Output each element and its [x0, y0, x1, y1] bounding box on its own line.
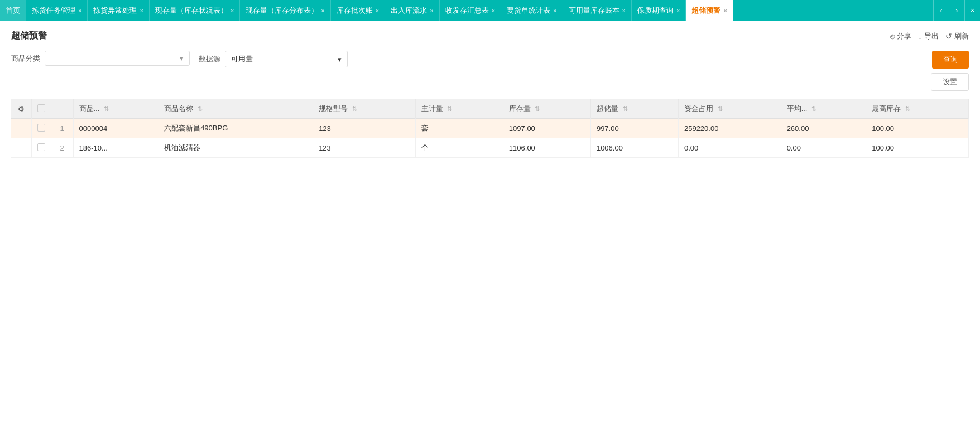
- nav-item-inventory-status-label: 现存量（库存状况表）: [155, 6, 228, 16]
- nav-item-abnormal[interactable]: 拣货异常处理 ×: [88, 0, 149, 21]
- table-row: 1 0000004 六配套新昌490BPG 123 套 1097.00 997.…: [11, 119, 969, 138]
- sort-overstock-icon: ⇅: [623, 105, 628, 113]
- row2-inventory: 1106.00: [503, 138, 590, 158]
- col-avg-label: 平均...: [787, 104, 808, 113]
- gear-icon: ⚙: [18, 105, 25, 113]
- nav-item-task-mgmt-label: 拣货任务管理: [32, 6, 75, 16]
- category-filter: 商品分类 ▾: [11, 51, 190, 66]
- share-action[interactable]: ⎋ 分享: [890, 31, 911, 41]
- row2-num: 2: [51, 138, 73, 158]
- nav-item-inout-flow-label: 出入库流水: [391, 6, 427, 16]
- row2-spec: 123: [313, 138, 416, 158]
- nav-item-inventory-status[interactable]: 现存量（库存状况表） ×: [150, 0, 240, 21]
- export-action[interactable]: ↓ 导出: [918, 31, 939, 41]
- datasource-select[interactable]: 可用量 ▾: [225, 51, 348, 67]
- col-product-code[interactable]: 商品... ⇅: [73, 99, 158, 119]
- category-label: 商品分类: [11, 54, 40, 64]
- nav-item-order-stats[interactable]: 要货单统计表 ×: [501, 0, 563, 21]
- nav-item-batch-account[interactable]: 库存批次账 ×: [331, 0, 385, 21]
- category-select[interactable]: ▾: [45, 51, 190, 66]
- row1-checkbox[interactable]: [37, 124, 45, 132]
- row2-capital-usage: 0.00: [678, 138, 781, 158]
- row2-overstock: 1006.00: [590, 138, 678, 158]
- sort-unit-icon: ⇅: [447, 105, 452, 113]
- nav-item-available-account[interactable]: 可用量库存账本 ×: [563, 0, 632, 21]
- datasource-filter: 数据源 可用量 ▾: [199, 51, 348, 67]
- row1-product-code: 0000004: [73, 119, 158, 138]
- nav-arrow-close[interactable]: ×: [964, 0, 980, 21]
- col-capital-usage[interactable]: 资金占用 ⇅: [678, 99, 781, 119]
- nav-close-inventory-status[interactable]: ×: [230, 7, 234, 14]
- share-label: 分享: [897, 31, 911, 41]
- sort-max-inventory-icon: ⇅: [905, 105, 910, 113]
- page-actions: ⎋ 分享 ↓ 导出 ↺ 刷新: [890, 31, 969, 41]
- nav-item-inout-flow[interactable]: 出入库流水 ×: [385, 0, 439, 21]
- nav-item-overstock-alert[interactable]: 超储预警 ×: [686, 0, 733, 21]
- refresh-action[interactable]: ↺ 刷新: [945, 31, 969, 41]
- row2-unit: 个: [415, 138, 503, 158]
- share-icon: ⎋: [890, 32, 895, 41]
- nav-item-shelf-life-label: 保质期查询: [637, 6, 674, 16]
- row2-avg: 0.00: [781, 138, 866, 158]
- nav-arrow-right[interactable]: ›: [949, 0, 964, 21]
- sort-spec-icon: ⇅: [352, 105, 357, 113]
- row2-checkbox-cell: [31, 138, 51, 158]
- nav-close-batch-account[interactable]: ×: [376, 7, 379, 14]
- row2-gear: [11, 138, 31, 158]
- row1-inventory: 1097.00: [503, 119, 590, 138]
- col-overstock[interactable]: 超储量 ⇅: [590, 99, 678, 119]
- settings-button[interactable]: 设置: [931, 73, 969, 91]
- col-row-num: [51, 99, 73, 119]
- nav-close-shelf-life[interactable]: ×: [676, 7, 680, 14]
- nav-item-inventory-dist-label: 现存量（库存分布表）: [246, 6, 318, 16]
- nav-close-inout-flow[interactable]: ×: [430, 7, 433, 14]
- page-header: 超储预警 ⎋ 分享 ↓ 导出 ↺ 刷新: [11, 30, 969, 42]
- nav-item-recv-summary[interactable]: 收发存汇总表 ×: [440, 0, 501, 21]
- col-max-inventory-label: 最高库存: [872, 104, 901, 113]
- nav-item-batch-account-label: 库存批次账: [337, 6, 373, 16]
- col-max-inventory[interactable]: 最高库存 ⇅: [866, 99, 969, 119]
- col-product-code-label: 商品...: [79, 104, 100, 113]
- col-gear[interactable]: ⚙: [11, 99, 31, 119]
- table-body: 1 0000004 六配套新昌490BPG 123 套 1097.00 997.…: [11, 119, 969, 158]
- nav-close-available-account[interactable]: ×: [622, 7, 626, 14]
- row2-product-code: 186-10...: [73, 138, 158, 158]
- col-product-name[interactable]: 商品名称 ⇅: [158, 99, 313, 119]
- col-spec[interactable]: 规格型号 ⇅: [313, 99, 416, 119]
- table-header-row: ⚙ 商品... ⇅ 商品名称 ⇅ 规格型号 ⇅: [11, 99, 969, 119]
- page-title: 超储预警: [11, 30, 47, 42]
- export-icon: ↓: [918, 32, 922, 41]
- nav-close-order-stats[interactable]: ×: [553, 7, 556, 14]
- nav-item-task-mgmt[interactable]: 拣货任务管理 ×: [26, 0, 88, 21]
- nav-item-inventory-dist[interactable]: 现存量（库存分布表） ×: [240, 0, 330, 21]
- col-spec-label: 规格型号: [319, 104, 348, 113]
- col-unit[interactable]: 主计量 ⇅: [415, 99, 503, 119]
- col-checkbox: [31, 99, 51, 119]
- col-avg[interactable]: 平均... ⇅: [781, 99, 866, 119]
- col-inventory-label: 库存量: [509, 104, 531, 113]
- row1-max-inventory: 100.00: [866, 119, 969, 138]
- col-product-name-label: 商品名称: [164, 104, 193, 113]
- nav-close-overstock-alert[interactable]: ×: [723, 7, 727, 14]
- row2-product-name: 机油滤清器: [158, 138, 313, 158]
- datasource-chevron-icon: ▾: [338, 55, 342, 64]
- row1-gear: [11, 119, 31, 138]
- table-header: ⚙ 商品... ⇅ 商品名称 ⇅ 规格型号 ⇅: [11, 99, 969, 119]
- nav-item-home-label: 首页: [6, 6, 20, 16]
- row2-max-inventory: 100.00: [866, 138, 969, 158]
- nav-close-recv-summary[interactable]: ×: [492, 7, 495, 14]
- col-capital-usage-label: 资金占用: [684, 104, 713, 113]
- nav-close-abnormal[interactable]: ×: [140, 7, 143, 14]
- nav-arrow-left[interactable]: ‹: [933, 0, 949, 21]
- nav-close-inventory-dist[interactable]: ×: [321, 7, 324, 14]
- export-label: 导出: [924, 31, 939, 41]
- row2-checkbox[interactable]: [37, 143, 45, 151]
- sort-product-code-icon: ⇅: [104, 105, 109, 113]
- col-inventory[interactable]: 库存量 ⇅: [503, 99, 590, 119]
- header-checkbox[interactable]: [37, 104, 45, 112]
- query-button[interactable]: 查询: [932, 51, 969, 69]
- nav-item-shelf-life[interactable]: 保质期查询 ×: [632, 0, 686, 21]
- row1-checkbox-cell: [31, 119, 51, 138]
- nav-close-task-mgmt[interactable]: ×: [78, 7, 81, 14]
- nav-item-home[interactable]: 首页: [0, 0, 26, 21]
